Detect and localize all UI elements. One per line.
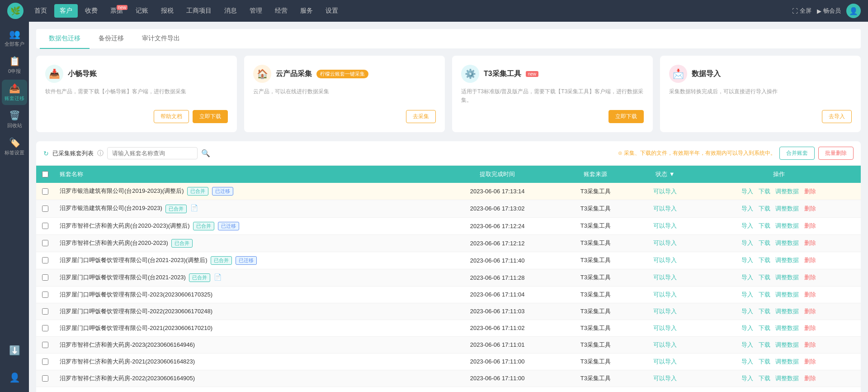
row-checkbox[interactable] bbox=[42, 223, 48, 229]
btn-download[interactable]: 下载 bbox=[757, 222, 772, 230]
row-checkbox[interactable] bbox=[42, 325, 48, 331]
tab-audit-export[interactable]: 审计文件导出 bbox=[133, 29, 189, 49]
nav-settings[interactable]: 设置 bbox=[320, 4, 344, 18]
btn-download[interactable]: 下载 bbox=[757, 205, 772, 213]
btn-delete[interactable]: 删除 bbox=[802, 358, 818, 366]
nav-business[interactable]: 工商项目 bbox=[181, 4, 217, 18]
row-checkbox[interactable] bbox=[42, 342, 48, 348]
nav-manage[interactable]: 管理 bbox=[244, 4, 268, 18]
btn-adjust[interactable]: 调整数据 bbox=[774, 358, 801, 366]
btn-import[interactable]: 导入 bbox=[740, 205, 755, 213]
btn-delete[interactable]: 删除 bbox=[802, 291, 818, 299]
row-checkbox[interactable] bbox=[42, 188, 48, 195]
row-checkbox[interactable] bbox=[42, 240, 48, 246]
th-time[interactable]: 提取完成时间 bbox=[437, 166, 558, 183]
btn-go-import[interactable]: 去导入 bbox=[822, 110, 852, 123]
btn-import[interactable]: 导入 bbox=[740, 307, 755, 316]
btn-download-now-small[interactable]: 立即下载 bbox=[193, 110, 228, 123]
btn-download[interactable]: 下载 bbox=[757, 273, 772, 282]
btn-help-doc[interactable]: 帮助文档 bbox=[154, 110, 189, 123]
th-account-name[interactable]: 账套名称 bbox=[54, 166, 437, 183]
btn-download[interactable]: 下载 bbox=[757, 307, 772, 316]
btn-delete[interactable]: 删除 bbox=[802, 239, 818, 247]
btn-download-now-t3[interactable]: 立即下载 bbox=[609, 110, 644, 123]
btn-adjust[interactable]: 调整数据 bbox=[774, 341, 801, 349]
btn-delete[interactable]: 删除 bbox=[802, 205, 818, 213]
btn-go-collect[interactable]: 去采集 bbox=[406, 110, 436, 123]
refresh-icon[interactable]: ↻ bbox=[43, 150, 49, 157]
nav-bookkeeping[interactable]: 记账 bbox=[130, 4, 154, 18]
btn-download[interactable]: 下载 bbox=[757, 256, 772, 264]
btn-download[interactable]: 下载 bbox=[757, 239, 772, 247]
nav-home[interactable]: 首页 bbox=[29, 4, 52, 18]
btn-import[interactable]: 导入 bbox=[740, 187, 755, 196]
btn-adjust[interactable]: 调整数据 bbox=[774, 307, 801, 316]
btn-delete[interactable]: 删除 bbox=[802, 341, 818, 349]
tab-data-migration[interactable]: 数据包迁移 bbox=[40, 29, 90, 49]
btn-download[interactable]: 下载 bbox=[757, 324, 772, 332]
row-checkbox[interactable] bbox=[42, 359, 48, 365]
btn-adjust[interactable]: 调整数据 bbox=[774, 273, 801, 282]
btn-import[interactable]: 导入 bbox=[740, 273, 755, 282]
th-status[interactable]: 状态 ▼ bbox=[633, 166, 697, 183]
btn-download[interactable]: 下载 bbox=[757, 291, 772, 299]
row-checkbox[interactable] bbox=[42, 274, 48, 281]
member-button[interactable]: ▶ 畅会员 bbox=[817, 7, 841, 15]
search-button[interactable]: 🔍 bbox=[201, 149, 210, 158]
btn-adjust[interactable]: 调整数据 bbox=[774, 205, 801, 213]
row-checkbox[interactable] bbox=[42, 375, 48, 382]
btn-delete[interactable]: 删除 bbox=[802, 374, 818, 382]
help-icon[interactable]: ⓘ bbox=[97, 149, 104, 158]
row-checkbox[interactable] bbox=[42, 206, 48, 212]
btn-delete[interactable]: 删除 bbox=[802, 187, 818, 196]
btn-delete[interactable]: 删除 bbox=[802, 222, 818, 230]
btn-import[interactable]: 导入 bbox=[740, 341, 755, 349]
sidebar-item-user-profile[interactable]: 👤 bbox=[2, 365, 27, 390]
btn-adjust[interactable]: 调整数据 bbox=[774, 291, 801, 299]
btn-delete[interactable]: 删除 bbox=[802, 324, 818, 332]
btn-batch-delete[interactable]: 批量删除 bbox=[818, 147, 854, 160]
btn-delete[interactable]: 删除 bbox=[802, 256, 818, 264]
btn-import[interactable]: 导入 bbox=[740, 222, 755, 230]
btn-download[interactable]: 下载 bbox=[757, 341, 772, 349]
btn-download[interactable]: 下载 bbox=[757, 187, 772, 196]
fullscreen-button[interactable]: ⛶ 全屏 bbox=[792, 7, 811, 15]
sidebar-item-zero-report[interactable]: 📋 0申报 bbox=[2, 53, 27, 78]
btn-delete[interactable]: 删除 bbox=[802, 273, 818, 282]
btn-download[interactable]: 下载 bbox=[757, 358, 772, 366]
btn-merge-accounts[interactable]: 合并账套 bbox=[779, 147, 815, 160]
nav-service[interactable]: 服务 bbox=[295, 4, 318, 18]
btn-import[interactable]: 导入 bbox=[740, 256, 755, 264]
sidebar-item-all-clients[interactable]: 👥 全部客户 bbox=[2, 25, 27, 51]
nav-customer[interactable]: 客户 bbox=[54, 4, 78, 18]
avatar[interactable]: 👤 bbox=[846, 4, 861, 18]
btn-download[interactable]: 下载 bbox=[757, 374, 772, 382]
th-source[interactable]: 账套来源 bbox=[557, 166, 633, 183]
row-checkbox[interactable] bbox=[42, 257, 48, 263]
sidebar-item-download[interactable]: ⬇️ bbox=[2, 338, 27, 363]
sidebar-item-label-settings[interactable]: 🏷️ 标签设置 bbox=[2, 134, 27, 159]
btn-adjust[interactable]: 调整数据 bbox=[774, 324, 801, 332]
btn-import[interactable]: 导入 bbox=[740, 324, 755, 332]
search-input[interactable] bbox=[107, 147, 198, 159]
btn-adjust[interactable]: 调整数据 bbox=[774, 256, 801, 264]
nav-operation[interactable]: 经营 bbox=[269, 4, 293, 18]
nav-message[interactable]: 消息 bbox=[219, 4, 242, 18]
btn-delete[interactable]: 删除 bbox=[802, 307, 818, 316]
tab-backup-migration[interactable]: 备份迁移 bbox=[90, 29, 133, 49]
btn-adjust[interactable]: 调整数据 bbox=[774, 187, 801, 196]
nav-tax[interactable]: 报税 bbox=[156, 4, 179, 18]
btn-adjust[interactable]: 调整数据 bbox=[774, 222, 801, 230]
btn-import[interactable]: 导入 bbox=[740, 239, 755, 247]
sidebar-item-account-migration[interactable]: 📤 账套迁移 bbox=[2, 80, 27, 105]
nav-invoice[interactable]: 票据 new bbox=[105, 4, 128, 18]
btn-import[interactable]: 导入 bbox=[740, 358, 755, 366]
btn-import[interactable]: 导入 bbox=[740, 291, 755, 299]
row-checkbox[interactable] bbox=[42, 308, 48, 315]
btn-adjust[interactable]: 调整数据 bbox=[774, 239, 801, 247]
btn-import[interactable]: 导入 bbox=[740, 374, 755, 382]
row-checkbox[interactable] bbox=[42, 292, 48, 298]
nav-billing[interactable]: 收费 bbox=[80, 4, 103, 18]
select-all-checkbox[interactable] bbox=[42, 171, 48, 177]
sidebar-item-recycle-bin[interactable]: 🗑️ 回收站 bbox=[2, 107, 27, 132]
